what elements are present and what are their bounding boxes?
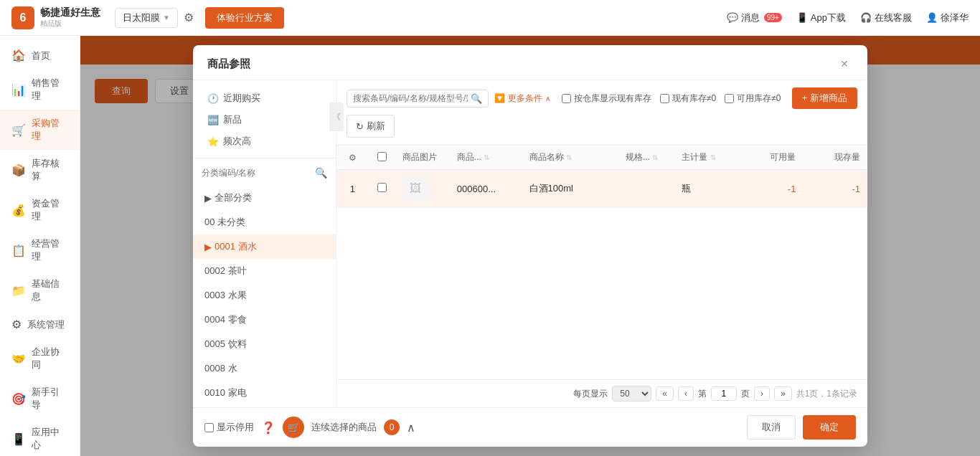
stock-value: -1 [852,184,860,194]
sidebar-item-sales[interactable]: 📊 销售管理 [0,70,80,110]
cat-search-icon[interactable]: 🔍 [315,167,327,179]
cat-item-00[interactable]: 00 未分类 [193,210,336,234]
filter-chevron-icon: ∧ [545,95,550,103]
sidebar-item-guide[interactable]: 🎯 新手引导 [0,379,80,419]
nav-selector[interactable]: 日太阳膜 ▼ [115,8,178,28]
nav-right: 💬 消息 99+ 📱 App下载 🎧 在线客服 👤 徐泽华 [727,11,969,24]
online-service[interactable]: 🎧 在线客服 [860,11,912,24]
show-disabled-checkbox[interactable] [204,423,214,432]
collapse-left-button[interactable]: 《 [329,103,344,131]
cat-item-0002[interactable]: 0002 茶叶 [193,259,336,283]
headset-icon: 🎧 [860,12,872,23]
sidebar-item-home[interactable]: 🏠 首页 [0,42,80,70]
sidebar: 🏠 首页 📊 销售管理 🛒 采购管理 📦 库存核算 💰 资金管理 📋 经营管理 … [0,36,80,456]
sidebar-item-ops[interactable]: 📋 经营管理 [0,230,80,270]
col-name-label: 商品名称 [529,152,564,162]
sidebar-item-finance[interactable]: 💰 资金管理 [0,190,80,230]
user-info[interactable]: 👤 徐泽华 [926,11,969,24]
table-body: 1 🖼 000600... 白酒100ml [336,170,867,208]
refresh-button[interactable]: ↻ 刷新 [347,115,395,138]
cancel-button[interactable]: 取消 [747,415,796,440]
quick-link-new[interactable]: 🆕 新品 [202,109,327,130]
guide-icon: 🎯 [11,392,26,406]
settings-icon[interactable]: ⚙ [349,153,357,163]
col-header-stock: 现存量 [803,146,867,170]
last-page-button[interactable]: » [774,386,792,401]
sidebar-item-collab[interactable]: 🤝 企业协同 [0,338,80,379]
logo-icon: 6 [11,6,34,29]
avail-value: -1 [788,184,796,194]
finance-icon: 💰 [11,204,26,217]
confirm-button[interactable]: 确定 [803,415,856,440]
col-header-name[interactable]: 商品名称 ⇅ [522,146,618,170]
ops-icon: 📋 [11,244,26,257]
quick-link-recent[interactable]: 🕐 近期购买 [202,87,327,109]
message-item[interactable]: 💬 消息 99+ [727,11,782,24]
pagination-bar: 每页显示 50 100 200 « ‹ 第 页 › [336,379,867,407]
sidebar-purchase-label: 采购管理 [32,117,68,143]
sort-spec-icon[interactable]: ⇅ [652,153,658,161]
product-search-icon[interactable]: 🔍 [471,93,482,104]
check-stock-nz-input[interactable] [660,94,669,103]
selector-label: 日太阳膜 [123,11,160,24]
show-disabled-label[interactable]: 显示停用 [204,421,254,434]
sort-code-icon[interactable]: ⇅ [484,153,489,161]
next-page-button[interactable]: › [754,386,770,401]
cat-search: 🔍 [193,164,336,181]
sidebar-inventory-label: 库存核算 [32,157,68,183]
sidebar-item-purchase[interactable]: 🛒 采购管理 [0,110,80,150]
dialog-left-panel: 🕐 近期购买 🆕 新品 ⭐ 频次高 [193,80,336,407]
footer-collapse-icon[interactable]: ∧ [407,421,415,434]
per-page-select[interactable]: 50 100 200 [612,386,651,402]
apps-icon: 📱 [11,432,26,446]
sort-unit-icon[interactable]: ⇅ [710,153,716,161]
filter-button[interactable]: 🔽 更多条件 ∧ [494,92,550,105]
cell-cb [369,170,395,208]
sidebar-item-system[interactable]: ⚙ 系统管理 [0,310,80,338]
sidebar-item-apps[interactable]: 📱 应用中心 [0,419,80,456]
first-page-button[interactable]: « [656,386,674,401]
filter-icon: 🔽 [494,93,505,103]
check-avail-nz-input[interactable] [725,94,734,103]
product-search-input[interactable] [353,93,468,103]
cat-item-0003[interactable]: 0003 水果 [193,283,336,308]
check-warehouse[interactable]: 按仓库显示现有库存 [562,92,651,105]
gear-icon[interactable]: ⚙ [184,11,194,24]
check-stock-nz[interactable]: 现有库存≠0 [660,92,716,105]
cell-code: 000600... [450,170,522,208]
add-product-button[interactable]: + 新增商品 [792,87,857,109]
quick-link-freq[interactable]: ⭐ 频次高 [202,130,327,152]
help-icon[interactable]: ❓ [261,421,275,434]
select-all-checkbox[interactable] [377,152,387,161]
cat-item-all[interactable]: ▶ 全部分类 [193,186,336,210]
cat-item-0004[interactable]: 0004 零食 [193,308,336,332]
dialog-close-button[interactable]: × [836,55,853,72]
col-header-code[interactable]: 商品... ⇅ [450,146,522,170]
sort-name-icon[interactable]: ⇅ [566,153,572,161]
message-label: 消息 [741,11,760,24]
sidebar-item-basic[interactable]: 📁 基础信息 [0,270,80,310]
page-suffix: 页 [741,388,750,400]
cat-item-0010[interactable]: 0010 家电 [193,381,336,400]
sidebar-item-inventory[interactable]: 📦 库存核算 [0,150,80,190]
cat-item-0005[interactable]: 0005 饮料 [193,332,336,356]
col-header-spec[interactable]: 规格... ⇅ [618,146,674,170]
per-page-label: 每页显示 [573,388,608,400]
cat-label-0002: 0002 茶叶 [204,265,247,277]
dialog-right-panel: 🔍 🔽 更多条件 ∧ 按仓库显示现有库存 [336,80,867,407]
table-row[interactable]: 1 🖼 000600... 白酒100ml [336,170,867,208]
cat-item-0001[interactable]: ▶ 0001 酒水 [193,234,336,259]
cart-button[interactable]: 🛒 [283,417,304,438]
check-avail-nz[interactable]: 可用库存≠0 [725,92,781,105]
col-header-unit[interactable]: 主计量 ⇅ [674,146,730,170]
check-warehouse-input[interactable] [562,94,571,103]
main-content: 查询 设置 刷新 商品参照 × 🕐 [80,36,980,456]
row-checkbox[interactable] [377,183,387,192]
cat-search-input[interactable] [202,168,315,178]
prev-page-button[interactable]: ‹ [678,386,694,401]
page-number-input[interactable] [711,386,737,401]
exp-button[interactable]: 体验行业方案 [205,7,284,29]
cat-item-0008[interactable]: 0008 水 [193,356,336,381]
refresh-icon: ↻ [356,121,364,132]
app-download[interactable]: 📱 App下载 [796,11,846,24]
